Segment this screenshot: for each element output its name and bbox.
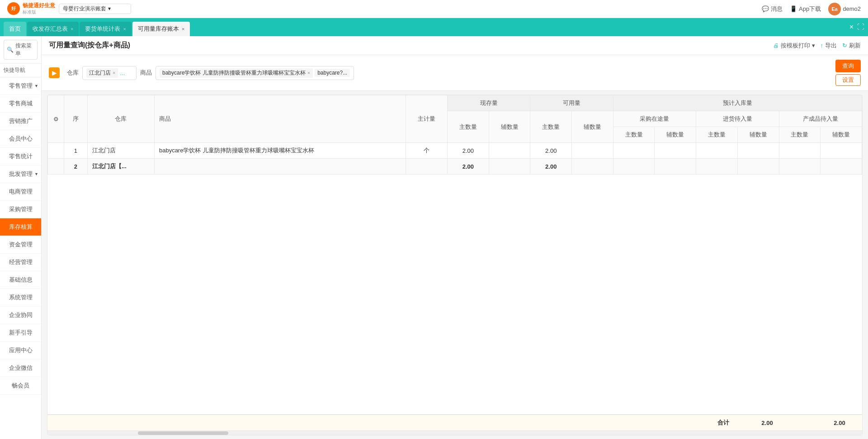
weixin-label: 企业微信 bbox=[9, 364, 33, 372]
query-button[interactable]: 查询 bbox=[835, 60, 861, 72]
sidebar-item-member[interactable]: 会员中心 bbox=[0, 130, 41, 148]
retail-management-label: 零售管理 bbox=[9, 82, 33, 90]
product-tag: babycare学饮杯 儿童防摔防撞吸管杯重力球吸嘴杯宝宝水杯 × bbox=[160, 68, 313, 78]
sidebar-item-marketing[interactable]: 营销推广 bbox=[0, 113, 41, 130]
enterprise-label: 企业协同 bbox=[9, 311, 33, 319]
table-scrollbar-thumb[interactable] bbox=[138, 431, 228, 435]
sidebar-item-quick-nav[interactable]: 快捷导航 bbox=[0, 64, 41, 77]
row2-avail-aux bbox=[572, 159, 613, 175]
tab-order-label: 要货单统计表 bbox=[85, 25, 120, 33]
quick-nav-label: 快捷导航 bbox=[4, 67, 25, 73]
search-menu-button[interactable]: 🔍 搜索菜单 bbox=[4, 40, 38, 60]
row1-prod-main bbox=[779, 143, 821, 159]
close-all-tabs-button[interactable]: × bbox=[849, 24, 854, 31]
warehouse-tag-remove[interactable]: × bbox=[113, 70, 115, 76]
sidebar-item-app-center[interactable]: 应用中心 bbox=[0, 342, 41, 359]
row2-pur-main bbox=[613, 159, 655, 175]
operations-label: 经营管理 bbox=[9, 258, 33, 266]
row1-unit: 个 bbox=[406, 143, 448, 159]
refresh-button[interactable]: ↻ 刷新 bbox=[842, 42, 861, 50]
export-button[interactable]: ↑ 导出 bbox=[821, 42, 837, 50]
footer-avail-main: 2.00 bbox=[821, 420, 858, 426]
row1-prod-aux bbox=[821, 143, 862, 159]
table-settings-col[interactable]: ⚙ bbox=[48, 95, 64, 143]
sidebar-item-operations[interactable]: 经营管理 bbox=[0, 254, 41, 271]
sidebar-item-retail-mall[interactable]: 零售商城 bbox=[0, 95, 41, 113]
sidebar-search: 🔍 搜索菜单 bbox=[0, 36, 41, 64]
sidebar-item-ecommerce[interactable]: 电商管理 bbox=[0, 183, 41, 201]
print-label: 按模板打印 bbox=[781, 42, 810, 50]
download-icon: 📱 bbox=[790, 5, 797, 12]
tab-order-close[interactable]: × bbox=[123, 26, 126, 32]
warehouse-more-dots[interactable]: ... bbox=[120, 70, 125, 76]
export-label: 导出 bbox=[825, 42, 837, 50]
table-warehouse-header: 仓库 bbox=[87, 95, 154, 143]
table-pending-production-header: 产成品待入量 bbox=[779, 111, 862, 127]
row1-avail-aux bbox=[572, 143, 613, 159]
sidebar-item-retail-stats[interactable]: 零售统计 bbox=[0, 148, 41, 165]
sidebar-item-finance[interactable]: 资金管理 bbox=[0, 236, 41, 254]
product-tag-2: babycare?... bbox=[315, 69, 350, 77]
row1-warehouse: 江北门店 bbox=[87, 143, 154, 159]
row2-prod-aux bbox=[821, 159, 862, 175]
sidebar-item-wholesale[interactable]: 批发管理 bbox=[0, 165, 41, 183]
store-name: 母婴行业演示账套 bbox=[63, 5, 106, 13]
page-title: 可用量查询(按仓库+商品) bbox=[49, 41, 130, 50]
table-footer: 合计 2.00 2.00 bbox=[47, 414, 862, 430]
table-stock-header: 现存量 bbox=[448, 95, 530, 111]
table-stock-aux-header: 辅数量 bbox=[489, 111, 530, 143]
sidebar-item-system[interactable]: 系统管理 bbox=[0, 289, 41, 307]
logo-text-group: 畅捷通好生意 标准版 bbox=[23, 2, 55, 15]
row1-no: 1 bbox=[64, 143, 88, 159]
avatar: Ea bbox=[828, 3, 841, 15]
footer-stock-main: 2.00 bbox=[749, 420, 785, 426]
table-scrollbar[interactable] bbox=[47, 430, 862, 435]
tab-order-stats[interactable]: 要货单统计表 × bbox=[80, 22, 131, 36]
product-input[interactable]: babycare学饮杯 儿童防摔防撞吸管杯重力球吸嘴杯宝宝水杯 × babyca… bbox=[156, 66, 354, 80]
row1-avail-main: 2.00 bbox=[530, 143, 572, 159]
wholesale-label: 批发管理 bbox=[9, 170, 33, 178]
tab-home[interactable]: 首页 bbox=[4, 22, 26, 36]
logo-area: 好 畅捷通好生意 标准版 bbox=[7, 2, 55, 15]
sidebar-item-new-guide[interactable]: 新手引导 bbox=[0, 324, 41, 342]
nav-tabs-right: × ⛶ bbox=[849, 24, 864, 31]
row2-arr-aux bbox=[737, 159, 779, 175]
sidebar-item-enterprise[interactable]: 企业协同 bbox=[0, 307, 41, 324]
product-tag-remove[interactable]: × bbox=[307, 70, 310, 76]
warehouse-input[interactable]: 江北门店 × ... bbox=[82, 66, 137, 80]
filter-toggle-button[interactable]: ▶ bbox=[49, 67, 60, 78]
print-button[interactable]: 🖨 按模板打印 ▾ bbox=[773, 42, 815, 50]
search-icon: 🔍 bbox=[7, 47, 14, 53]
row2-stock-main: 2.00 bbox=[448, 159, 489, 175]
sidebar-item-retail-management[interactable]: 零售管理 bbox=[0, 77, 41, 95]
row1-stock-main: 2.00 bbox=[448, 143, 489, 159]
row2-stock-aux bbox=[489, 159, 530, 175]
sidebar-item-purchase[interactable]: 采购管理 bbox=[0, 201, 41, 218]
footer-row: 合计 2.00 2.00 bbox=[52, 419, 858, 427]
row2-avail-main: 2.00 bbox=[530, 159, 572, 175]
tab-available-stock[interactable]: 可用量库存账本 × bbox=[132, 22, 190, 36]
ecommerce-label: 电商管理 bbox=[9, 188, 33, 196]
new-guide-label: 新手引导 bbox=[9, 329, 33, 337]
sidebar-item-weixin[interactable]: 企业微信 bbox=[0, 359, 41, 377]
product-tag-2-value: babycare?... bbox=[317, 70, 347, 76]
user-area[interactable]: Ea demo2 bbox=[828, 3, 861, 15]
print-icon: 🖨 bbox=[773, 42, 779, 49]
message-button[interactable]: 💬 消息 bbox=[762, 5, 783, 13]
app-download-button[interactable]: 📱 App下载 bbox=[790, 5, 821, 13]
product-label: 商品 bbox=[140, 69, 152, 77]
store-selector[interactable]: 母婴行业演示账套 ▾ bbox=[59, 4, 131, 14]
sidebar-item-inventory[interactable]: 库存核算 bbox=[0, 218, 41, 236]
sidebar-item-basic-info[interactable]: 基础信息 bbox=[0, 271, 41, 289]
tab-available-close[interactable]: × bbox=[182, 26, 184, 32]
fullscreen-button[interactable]: ⛶ bbox=[857, 24, 864, 31]
table-area: ⚙ 序 仓库 商品 主计量 现存量 可用量 预计入库量 主数量 辅数量 bbox=[47, 94, 863, 435]
row2-pur-aux bbox=[655, 159, 696, 175]
sidebar-item-vip[interactable]: 畅会员 bbox=[0, 377, 41, 395]
tab-receive-close[interactable]: × bbox=[71, 26, 73, 32]
row2-product bbox=[154, 159, 406, 175]
settings-button[interactable]: 设置 bbox=[835, 74, 861, 86]
retail-mall-label: 零售商城 bbox=[9, 99, 33, 108]
chevron-down-icon: ▾ bbox=[108, 5, 111, 12]
tab-receive-summary[interactable]: 收发存汇总表 × bbox=[27, 22, 79, 36]
